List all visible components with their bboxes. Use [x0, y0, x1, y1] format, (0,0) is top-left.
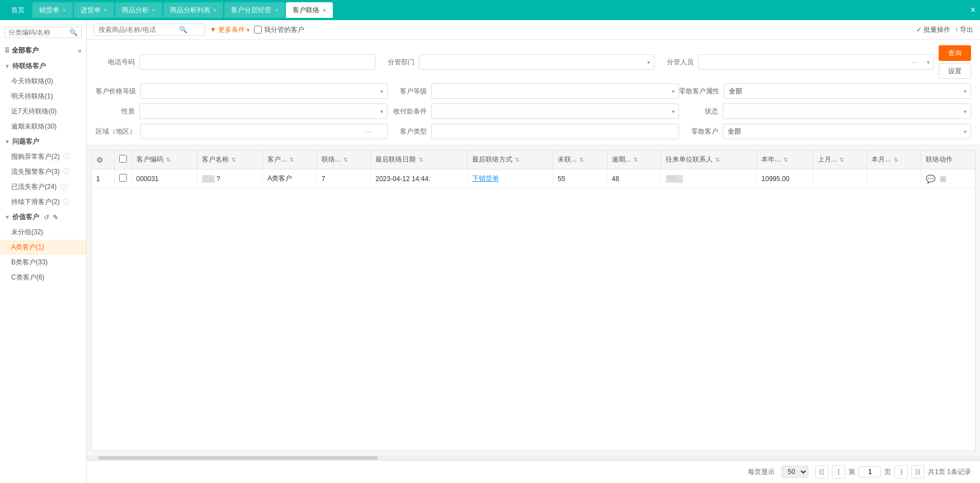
th-code[interactable]: 客户编码 ⇅: [131, 150, 197, 169]
sidebar-item-7days-contact[interactable]: 近7天待联络(0): [0, 104, 86, 119]
filter-nature-select[interactable]: ▾: [139, 103, 388, 119]
filter-nature-wrapper: ▾: [139, 103, 388, 119]
sidebar-search-box[interactable]: 🔍: [4, 27, 82, 38]
window-close-button[interactable]: ×: [970, 5, 976, 15]
collapse-icon[interactable]: «: [78, 47, 82, 55]
page-number-input[interactable]: [859, 466, 881, 477]
filter-retail-customer-select[interactable]: 全部 ▾: [723, 124, 971, 139]
all-customers-header[interactable]: ⠿ 全部客户 «: [0, 42, 86, 59]
edit-icon[interactable]: ✎: [53, 214, 58, 221]
sidebar-item-ungrouped[interactable]: 未分组(32): [0, 225, 86, 240]
next-page-button[interactable]: ⟩: [894, 465, 908, 479]
sidebar-item-class-c[interactable]: C类客户(6): [0, 270, 86, 285]
table-row: 1 000031 Ea ?: [92, 169, 975, 188]
sidebar-item-abnormal-purchase[interactable]: 囤购异常客户(2) ⓘ: [0, 149, 86, 164]
filter-status-select[interactable]: ▾: [723, 103, 971, 119]
filter-area: 电话号码 分管部门 ▾ 分管人员: [87, 40, 980, 145]
th-uncontacted[interactable]: 未联... ⇅: [553, 150, 607, 169]
filter-price-level-select[interactable]: ▾: [140, 83, 388, 99]
pending-contact-group[interactable]: ▼ 待联络客户: [0, 59, 86, 74]
th-overdue[interactable]: 逾期... ⇅: [607, 150, 661, 169]
manager-dots[interactable]: ···: [912, 58, 917, 66]
scrollbar-thumb[interactable]: [98, 456, 378, 460]
close-goods-list-tab[interactable]: ×: [214, 7, 217, 13]
th-last-contact-date[interactable]: 最后联络日期 ⇅: [371, 150, 467, 169]
close-customer-tier-tab[interactable]: ×: [275, 7, 278, 13]
row-checkbox[interactable]: [119, 174, 127, 182]
export-icon: ↑: [955, 26, 958, 34]
page-size-select[interactable]: 50: [781, 466, 808, 478]
horizontal-scrollbar[interactable]: [87, 456, 980, 460]
last-contact-way-link[interactable]: 下销货单: [472, 174, 499, 182]
tab-customer-tier[interactable]: 客户分层经营 ×: [224, 2, 285, 18]
my-customer-checkbox-label[interactable]: 我分管的客户: [254, 25, 304, 35]
more-filter-button[interactable]: ▼ 更多条件 ▾: [210, 25, 249, 35]
sidebar-search-input[interactable]: [8, 29, 69, 36]
main-layout: 🔍 ⠿ 全部客户 « ▼ 待联络客户 今天待联络(0) 明天待联络(1): [0, 20, 980, 483]
refresh-icon[interactable]: ↺: [44, 214, 49, 221]
setting-button[interactable]: 设置: [939, 63, 971, 79]
th-this-month[interactable]: 本月... ⇅: [867, 150, 921, 169]
tab-home[interactable]: 首页: [4, 2, 31, 18]
th-this-year[interactable]: 本年... ⇅: [757, 150, 813, 169]
sidebar-item-churn-warning[interactable]: 流失预警客户(3) ⓘ: [0, 164, 86, 179]
filter-retail-attr-select[interactable]: 全部 ▾: [724, 83, 971, 99]
filter-customer-type-select[interactable]: [431, 124, 680, 139]
query-button[interactable]: 查询: [939, 45, 971, 61]
region-dots[interactable]: ···: [366, 127, 371, 135]
table-area: ⚙ 客户编码 ⇅ 客户名称 ⇅: [91, 150, 976, 451]
customer-level-chevron-icon: ▾: [672, 88, 675, 94]
batch-ops-button[interactable]: ✓ 批量操作: [916, 25, 950, 35]
grid-action-icon[interactable]: ⊞: [940, 174, 946, 183]
sort-icon-uncontacted: ⇅: [579, 157, 584, 163]
sidebar-item-declining[interactable]: 持续下滑客户(2) ⓘ: [0, 195, 86, 210]
my-customer-checkbox[interactable]: [254, 26, 262, 34]
select-all-checkbox[interactable]: [119, 155, 127, 163]
sort-icon-code: ⇅: [166, 157, 171, 163]
filter-phone-input[interactable]: [139, 54, 375, 70]
filter-row-4: 区域（地区） ··· 客户类型: [96, 124, 971, 139]
value-customers-group[interactable]: ▼ 价值客户 ↺ ✎: [0, 210, 86, 225]
close-purchase-tab[interactable]: ×: [104, 7, 107, 13]
sidebar-item-tomorrow-contact[interactable]: 明天待联络(1): [0, 89, 86, 104]
th-last-contact-way[interactable]: 最后联络方式 ⇅: [467, 150, 553, 169]
prev-page-button[interactable]: ⟨: [832, 465, 845, 479]
tab-goods-list[interactable]: 商品分析列表 ×: [163, 2, 224, 18]
tab-purchase[interactable]: 进货单 ×: [74, 2, 114, 18]
filter-manager-select[interactable]: ··· ▾: [698, 54, 934, 70]
sidebar-item-overdue-contact[interactable]: 逾期未联络(30): [0, 119, 86, 134]
problem-customers-group[interactable]: ▼ 问题客户: [0, 134, 86, 149]
th-contact-person[interactable]: 往来单位联系人 ⇅: [661, 150, 756, 169]
first-page-button[interactable]: ⟨⟨: [815, 465, 828, 479]
close-goods-analysis-tab[interactable]: ×: [152, 7, 156, 13]
app-container: 首页 销货单 × 进货单 × 商品分析 × 商品分析列表 × 客户分层经营 × …: [0, 0, 980, 483]
filter-payment-select[interactable]: ▾: [431, 103, 680, 119]
th-type[interactable]: 客户... ⇅: [263, 150, 317, 169]
filter-region: 区域（地区） ···: [96, 124, 388, 139]
last-page-button[interactable]: ⟩⟩: [911, 465, 925, 479]
gear-icon[interactable]: ⚙: [96, 155, 103, 164]
search-input[interactable]: [98, 26, 177, 34]
tab-customer-contact[interactable]: 客户联络 ×: [286, 2, 333, 18]
sidebar-item-class-b[interactable]: B类客户(33): [0, 255, 86, 270]
tab-goods-analysis[interactable]: 商品分析 ×: [115, 2, 162, 18]
th-checkbox: [114, 150, 131, 169]
filter-region-select[interactable]: ···: [140, 124, 388, 139]
filter-dept-select[interactable]: ▾: [419, 54, 655, 70]
close-sales-tab[interactable]: ×: [63, 7, 66, 13]
close-customer-contact-tab[interactable]: ×: [323, 7, 326, 13]
sidebar-item-churned[interactable]: 已流失客户(24) ⓘ: [0, 179, 86, 195]
sort-icon-this-year: ⇅: [784, 157, 788, 163]
sidebar-item-today-contact[interactable]: 今天待联络(0): [0, 74, 86, 89]
sidebar-item-class-a[interactable]: A类客户(1): [0, 240, 86, 255]
th-gear[interactable]: ⚙: [92, 150, 114, 169]
th-name[interactable]: 客户名称 ⇅: [197, 150, 262, 169]
th-last-month[interactable]: 上月... ⇅: [813, 150, 866, 169]
tab-sales[interactable]: 销货单 ×: [32, 2, 73, 18]
filter-status-wrapper: ▾: [723, 103, 971, 119]
export-button[interactable]: ↑ 导出: [955, 25, 973, 35]
th-contact-count[interactable]: 联络... ⇅: [317, 150, 370, 169]
chat-action-icon[interactable]: 💬: [926, 174, 935, 183]
search-box[interactable]: 🔍: [93, 23, 205, 36]
filter-customer-level-select[interactable]: ▾: [431, 83, 680, 99]
